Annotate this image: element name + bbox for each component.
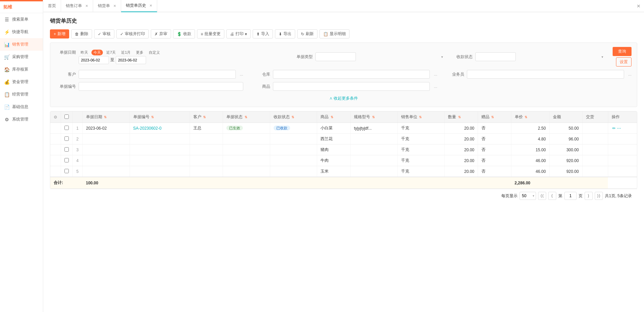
summary-spacer	[445, 177, 511, 188]
date-tab-1month[interactable]: 近1月	[119, 50, 133, 55]
sidebar-item-sys-mgmt[interactable]: ⚙ 系统管理	[0, 113, 43, 126]
window-close-btn[interactable]: ✕	[637, 3, 641, 9]
delete-button[interactable]: 🗑 删除	[71, 29, 92, 38]
tab-sales-order-close[interactable]: ✕	[85, 4, 88, 8]
th-unit-price[interactable]: 单价 ⇅	[511, 111, 549, 123]
audit-print-button[interactable]: ✓ 审核并打印	[116, 29, 149, 38]
td-goods: 牛肉	[317, 155, 351, 166]
th-settings[interactable]: ⚙	[50, 111, 61, 123]
audit-icon: ✓	[98, 32, 101, 36]
td-customer	[190, 145, 223, 155]
next-page-btn[interactable]: ⟩	[585, 192, 593, 200]
warehouse-ellipsis[interactable]: ...	[434, 72, 437, 77]
th-payment-status[interactable]: 收款状态 ⇅	[270, 111, 317, 123]
warehouse-input[interactable]	[273, 70, 430, 79]
date-tab-more[interactable]: 更多	[134, 50, 145, 55]
sidebar-item-operations[interactable]: 📋 经营管理	[0, 88, 43, 101]
prev-page-btn[interactable]: ⟨	[548, 192, 556, 200]
settings-link[interactable]: 设置	[616, 57, 632, 67]
row-checkbox[interactable]	[64, 126, 69, 130]
doc-no-input[interactable]	[79, 82, 243, 91]
edit-action[interactable]: ✏	[612, 126, 616, 131]
date-tab-yesterday[interactable]: 昨天	[79, 50, 90, 55]
td-doc-no	[130, 145, 190, 155]
row-checkbox[interactable]	[64, 136, 69, 141]
export-button[interactable]: ⬇ 导出	[275, 29, 295, 38]
td-doc-status	[223, 134, 270, 145]
new-button[interactable]: + 新增	[50, 29, 69, 38]
customer-filter: 客户 ...	[56, 70, 243, 79]
last-page-btn[interactable]: ⟩⟩	[595, 192, 603, 200]
query-button[interactable]: 查询	[613, 47, 632, 56]
th-goods[interactable]: 商品 ⇅	[317, 111, 351, 123]
payment-status-select[interactable]	[475, 52, 516, 61]
date-from-input[interactable]	[79, 56, 109, 64]
sidebar-item-search-menu[interactable]: ☰ 搜索菜单	[0, 13, 43, 26]
goods-ellipsis[interactable]: ...	[434, 84, 437, 89]
td-settings	[50, 134, 61, 145]
sidebar-item-sales-mgmt[interactable]: 📊 销售管理	[0, 38, 43, 51]
goods-input[interactable]	[273, 82, 430, 91]
td-checkbox	[61, 134, 73, 145]
batch-change-button[interactable]: ≡ 批量变更	[197, 29, 224, 38]
sidebar-item-finance[interactable]: 💰 资金管理	[0, 76, 43, 88]
print-button[interactable]: 🖨 打印 ▾	[226, 29, 251, 38]
date-tab-custom[interactable]: 自定义	[147, 50, 162, 55]
audit-button[interactable]: ✓ 审核	[94, 29, 114, 38]
salesperson-ellipsis[interactable]: ...	[628, 72, 632, 77]
select-all-checkbox[interactable]	[64, 114, 69, 119]
tab-sales-history[interactable]: 销货单历史 ✕	[121, 0, 157, 12]
sidebar-item-basic-info[interactable]: 📄 基础信息	[0, 101, 43, 113]
date-tab-today[interactable]: 今天	[91, 50, 103, 55]
sidebar-item-inventory[interactable]: 🏠 库存核算	[0, 63, 43, 76]
sidebar-logo: 拓维	[0, 1, 43, 13]
collect-button[interactable]: 💲 收款	[173, 29, 195, 38]
sidebar-item-label: 资金管理	[12, 79, 28, 85]
date-tab-7days[interactable]: 近7天	[104, 50, 118, 55]
doc-no-link[interactable]: SA-20230602-0	[133, 126, 162, 131]
th-doc-date[interactable]: 单据日期 ⇅	[83, 111, 130, 123]
salesperson-input[interactable]	[467, 70, 624, 79]
td-doc-date	[83, 155, 130, 166]
sidebar-item-label: 经营管理	[12, 92, 28, 97]
import-button[interactable]: ⬆ 导入	[253, 29, 273, 38]
collapse-more-btn[interactable]: ∧ 收起更多条件	[56, 94, 632, 103]
td-unit-price: 46.00	[511, 166, 549, 177]
page-input[interactable]	[564, 192, 577, 200]
th-spec[interactable]: 规格型号 ⇅	[351, 111, 397, 123]
show-detail-button[interactable]: 📋 显示明细	[319, 29, 349, 38]
row-checkbox[interactable]	[64, 158, 69, 162]
th-customer[interactable]: 客户 ⇅	[190, 111, 223, 123]
row-checkbox[interactable]	[64, 147, 69, 152]
tab-home[interactable]: 首页	[43, 0, 61, 12]
td-unit: 千克	[397, 134, 444, 145]
th-quantity[interactable]: 数量 ⇅	[445, 111, 478, 123]
row-checkbox[interactable]	[64, 169, 69, 173]
th-actions: 操作	[608, 111, 637, 123]
discard-button[interactable]: ✗ 弃审	[151, 29, 171, 38]
tab-sales-order[interactable]: 销售订单 ✕	[61, 0, 93, 12]
more-action[interactable]: ⋯	[617, 126, 621, 131]
payment-status-select-wrap	[475, 52, 606, 61]
customer-ellipsis[interactable]: ...	[240, 72, 243, 77]
td-actions	[608, 155, 637, 166]
th-unit[interactable]: 销售单位 ⇅	[397, 111, 444, 123]
td-spec	[351, 134, 397, 145]
date-to-input[interactable]	[116, 56, 146, 64]
th-doc-no[interactable]: 单据编号 ⇅	[130, 111, 190, 123]
per-page-select[interactable]: 50 20 100	[520, 192, 536, 200]
table-settings-icon[interactable]: ⚙	[54, 115, 57, 120]
tab-sales-history-close[interactable]: ✕	[149, 4, 152, 7]
tab-sales-delivery-close[interactable]: ✕	[113, 4, 116, 8]
doc-type-select[interactable]	[315, 52, 356, 61]
sidebar-item-quick-nav[interactable]: ⚡ 快捷导航	[0, 26, 43, 38]
th-gift[interactable]: 赠品 ⇅	[478, 111, 511, 123]
first-page-btn[interactable]: ⟨⟨	[538, 192, 546, 200]
customer-input[interactable]	[79, 70, 236, 79]
refresh-button[interactable]: ↻ 刷新	[297, 29, 317, 38]
sidebar-item-purchase-mgmt[interactable]: 🛒 采购管理	[0, 51, 43, 63]
th-doc-status[interactable]: 单据状态 ⇅	[223, 111, 270, 123]
tab-sales-delivery[interactable]: 销货单 ✕	[93, 0, 121, 12]
doc-type-label: 单据类型	[292, 54, 313, 60]
filter-actions: 查询 设置	[613, 47, 632, 67]
